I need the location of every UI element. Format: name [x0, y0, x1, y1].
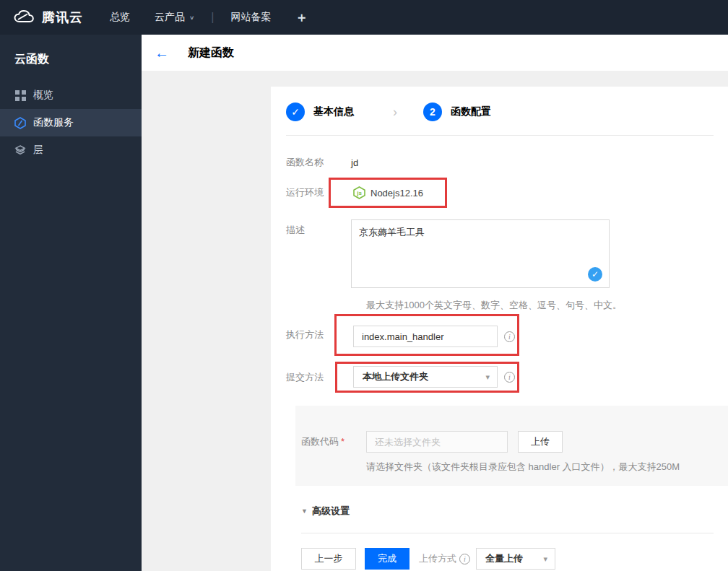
- nav-products[interactable]: 云产品 ∨: [142, 0, 207, 35]
- cloud-logo-icon: [13, 9, 35, 25]
- nav-icp-filing[interactable]: 网站备案: [218, 0, 283, 35]
- handler-annotation-box: i: [334, 314, 519, 356]
- submit-method-select[interactable]: 本地上传文件夹 ▾: [353, 366, 498, 388]
- sidebar-item-overview[interactable]: 概览: [0, 82, 142, 109]
- upload-mode-select[interactable]: 全量上传 ▾: [476, 548, 555, 570]
- submit-method-annotation-box: 本地上传文件夹 ▾ i: [335, 362, 519, 393]
- add-nav-item-button[interactable]: ＋: [283, 9, 319, 26]
- back-arrow-icon[interactable]: ←: [142, 45, 179, 60]
- chevron-down-icon: ∨: [189, 14, 194, 21]
- sidebar-title: 云函数: [0, 35, 142, 82]
- sidebar-item-label: 函数服务: [33, 116, 74, 129]
- footer-divider: [301, 533, 714, 533]
- step2-number: 2: [423, 103, 442, 121]
- submit-method-value: 本地上传文件夹: [363, 370, 428, 383]
- top-nav: 总览 云产品 ∨ | 网站备案 ＋: [98, 0, 319, 35]
- sidebar-item-label: 层: [33, 144, 43, 157]
- step-chevron-icon: ›: [393, 105, 397, 120]
- previous-step-button[interactable]: 上一步: [301, 548, 356, 570]
- function-code-label-wrap: 函数代码*: [301, 435, 366, 448]
- finish-button[interactable]: 完成: [365, 548, 410, 570]
- handler-info-icon[interactable]: i: [504, 331, 515, 342]
- triangle-down-icon: ▼: [301, 507, 308, 515]
- steps-divider: [286, 135, 714, 136]
- runtime-annotation-box: js Nodejs12.16: [329, 178, 447, 208]
- upload-mode-value: 全量上传: [485, 552, 523, 565]
- validation-check-icon: ✓: [588, 267, 602, 282]
- upload-mode-info-icon[interactable]: i: [459, 554, 470, 565]
- page-title: 新建函数: [188, 45, 234, 61]
- tencent-cloud-logo[interactable]: 腾讯云: [0, 9, 98, 26]
- footer-actions: 上一步 完成 上传方式 i 全量上传 ▾: [301, 548, 728, 570]
- handler-row: 执行方法 i: [286, 314, 728, 356]
- sidebar-item-label: 概览: [33, 89, 53, 102]
- step-function-config: 2 函数配置: [423, 103, 491, 121]
- advanced-settings-toggle[interactable]: ▼ 高级设置: [301, 505, 728, 518]
- overview-grid-icon: [14, 90, 26, 101]
- description-textarea[interactable]: 京东薅羊毛工具: [351, 219, 610, 288]
- upload-button[interactable]: 上传: [518, 431, 563, 453]
- upload-mode-label-wrap: 上传方式 i: [419, 552, 470, 565]
- description-field-wrap: 京东薅羊毛工具 ✓: [351, 219, 610, 290]
- function-name-row: 函数名称 jd: [286, 156, 728, 169]
- upload-mode-label: 上传方式: [419, 552, 456, 565]
- step-indicator: ✓ 基本信息 › 2 函数配置: [271, 87, 728, 133]
- handler-input[interactable]: [353, 326, 498, 347]
- sidebar-item-layers[interactable]: 层: [0, 136, 142, 164]
- step1-label: 基本信息: [313, 105, 354, 118]
- description-row: 描述 京东薅羊毛工具 ✓: [286, 219, 728, 290]
- advanced-settings-label: 高级设置: [312, 505, 350, 518]
- function-name-value: jd: [351, 157, 358, 168]
- chevron-down-icon: ▾: [543, 554, 547, 564]
- function-code-help-text: 请选择文件夹（该文件夹根目录应包含 handler 入口文件），最大支持250M: [366, 461, 728, 474]
- function-service-icon: [14, 117, 26, 128]
- required-asterisk: *: [341, 436, 344, 447]
- step1-check-icon: ✓: [286, 103, 305, 121]
- description-label: 描述: [286, 219, 351, 237]
- topbar: 腾讯云 总览 云产品 ∨ | 网站备案 ＋: [0, 0, 728, 35]
- create-function-card: ✓ 基本信息 › 2 函数配置 函数名称 jd 运行环境 js: [271, 87, 728, 571]
- description-help-text: 最大支持1000个英文字母、数字、空格、逗号、句号、中文。: [366, 299, 728, 312]
- svg-text:js: js: [356, 190, 362, 196]
- nodejs-icon: js: [353, 186, 365, 199]
- submit-method-row: 提交方法 本地上传文件夹 ▾ i: [286, 362, 728, 393]
- runtime-value: Nodejs12.16: [370, 188, 423, 199]
- chevron-down-icon: ▾: [485, 372, 490, 382]
- function-code-panel: 函数代码* 上传 请选择文件夹（该文件夹根目录应包含 handler 入口文件）…: [295, 406, 728, 486]
- submit-method-info-icon[interactable]: i: [504, 372, 515, 383]
- runtime-row: 运行环境 js Nodejs12.16: [286, 178, 728, 208]
- function-name-label: 函数名称: [286, 156, 351, 169]
- sidebar-item-function-service[interactable]: 函数服务: [0, 109, 142, 136]
- nav-divider: |: [207, 11, 218, 24]
- function-code-row: 函数代码* 上传: [301, 431, 728, 453]
- step-basic-info: ✓ 基本信息: [286, 103, 354, 121]
- step2-label: 函数配置: [451, 105, 491, 118]
- function-config-form: 函数名称 jd 运行环境 js Nodejs12.16 描述 京东薅羊毛工具 ✓: [271, 156, 728, 570]
- sidebar: 云函数 概览 函数服务 层: [0, 35, 142, 571]
- folder-path-input[interactable]: [366, 431, 508, 453]
- layers-icon: [14, 144, 26, 156]
- brand-name: 腾讯云: [42, 9, 83, 26]
- nav-overview[interactable]: 总览: [98, 0, 142, 35]
- page-header: ← 新建函数: [142, 35, 728, 71]
- function-code-label: 函数代码: [301, 436, 339, 447]
